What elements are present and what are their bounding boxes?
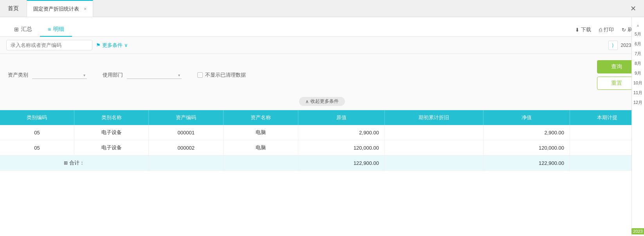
query-button[interactable]: 查询 [597, 60, 636, 73]
asset-type-field: 资产类别 [8, 71, 87, 79]
collapse-button[interactable]: ∧ 收起更多条件 [299, 97, 345, 106]
th-accum-depreciation: 期初累计折旧 [384, 110, 483, 125]
total-icon: ⊞ [64, 160, 68, 166]
sidebar-nav-up[interactable]: ▲ [633, 21, 643, 29]
cell-asset-name: 电脑 [224, 125, 298, 140]
print-icon: ⎙ [599, 27, 602, 33]
tab-summary[interactable]: ⊞ 汇总 [6, 23, 40, 37]
sidebar-month-8[interactable]: 8月 [632, 59, 644, 68]
tab-close-icon[interactable]: × [84, 6, 87, 12]
sidebar-month-12[interactable]: 12月 [632, 98, 644, 107]
sidebar-month-5[interactable]: 5月 [632, 30, 644, 39]
th-asset-code: 资产编码 [149, 110, 224, 125]
cell-category-name: 电子设备 [74, 140, 149, 156]
cell-asset-name: 电脑 [224, 140, 298, 156]
hide-cleared-checkbox-wrap: 不显示已清理数据 [197, 72, 246, 79]
cell-accum-depreciation [384, 140, 483, 156]
download-button[interactable]: ⬇ 下载 [575, 26, 591, 33]
asset-type-select[interactable] [32, 71, 87, 79]
sidebar-month-6[interactable]: 6月 [632, 39, 644, 48]
tab-detail-label: 明细 [53, 26, 64, 33]
total-original-value: 122,900.00 [298, 156, 384, 171]
cell-category-code: 05 [0, 125, 74, 140]
sub-tab-bar: ⊞ 汇总 ≡ 明细 ⬇ 下载 ⎙ 打印 ↻ 刷新 [0, 17, 644, 37]
th-category-name: 类别名称 [74, 110, 149, 125]
cell-original-value: 2,900.00 [298, 125, 384, 140]
filter-row-1: 资产类别 使用部门 [8, 60, 636, 90]
reset-button[interactable]: 重置 [597, 77, 636, 90]
tab-bar: 首页 固定资产折旧统计表 × ✕ [0, 0, 644, 17]
th-category-code: 类别编码 [0, 110, 74, 125]
total-accum-depreciation [384, 156, 483, 171]
total-asset-name [224, 156, 298, 171]
toolbar-actions: ⬇ 下载 ⎙ 打印 ↻ 刷新 [575, 26, 638, 36]
total-net-value: 122,900.00 [483, 156, 570, 171]
filter-icon: ⚑ [96, 42, 101, 48]
advanced-filter: 资产类别 使用部门 [0, 54, 644, 110]
tab-home[interactable]: 首页 [0, 0, 27, 17]
tab-summary-label: 汇总 [21, 26, 32, 33]
cell-asset-code: 000002 [149, 140, 224, 156]
sidebar-month-10[interactable]: 10月 [632, 79, 644, 88]
table-body: 05 电子设备 000001 电脑 2,900.00 2,900.00 05 电… [0, 125, 644, 171]
main-content: ⊞ 汇总 ≡ 明细 ⬇ 下载 ⎙ 打印 ↻ 刷新 [0, 17, 644, 236]
use-dept-label: 使用部门 [103, 72, 123, 79]
chevron-up-icon: ∧ [305, 99, 309, 104]
tab-detail[interactable]: ≡ 明细 [40, 23, 72, 37]
cell-category-name: 电子设备 [74, 125, 149, 140]
cell-asset-code: 000001 [149, 125, 224, 140]
asset-type-select-wrap [32, 71, 87, 79]
use-dept-select[interactable] [127, 71, 182, 79]
total-label-cell: ⊞ 合计： [0, 156, 149, 171]
hide-cleared-label: 不显示已清理数据 [205, 72, 246, 79]
th-net-value: 净值 [483, 110, 570, 125]
print-button[interactable]: ⎙ 打印 [599, 26, 614, 33]
detail-icon: ≡ [48, 26, 51, 32]
more-conditions-button[interactable]: ⚑ 更多条件 ∨ [96, 42, 128, 49]
table-container: 类别编码 类别名称 资产编码 资产名称 原值 期初累计折旧 净值 本期计提 05… [0, 110, 644, 236]
sidebar-year-badge[interactable]: 2023 [631, 228, 644, 234]
tab-active[interactable]: 固定资产折旧统计表 × [27, 0, 93, 17]
th-original-value: 原值 [298, 110, 384, 125]
th-asset-name: 资产名称 [224, 110, 298, 125]
expand-button[interactable]: ⟩ [608, 41, 618, 50]
table-row: 05 电子设备 000001 电脑 2,900.00 2,900.00 [0, 125, 644, 140]
tab-active-label: 固定资产折旧统计表 [33, 5, 79, 13]
data-table: 类别编码 类别名称 资产编码 资产名称 原值 期初累计折旧 净值 本期计提 05… [0, 110, 644, 171]
chevron-down-icon: ∨ [124, 42, 128, 48]
refresh-icon: ↻ [622, 27, 626, 33]
collapse-bar: ∧ 收起更多条件 [8, 95, 636, 107]
hide-cleared-checkbox[interactable] [197, 72, 203, 78]
sidebar-month-9[interactable]: 9月 [632, 69, 644, 78]
right-sidebar: ▲ 5月 6月 7月 8月 9月 10月 11月 12月 2023 [631, 17, 644, 236]
total-row: ⊞ 合计： 122,900.00 122,900.00 [0, 156, 644, 171]
filter-bar: 🔍 ⚑ 更多条件 ∨ ⟩ 2023.01 [0, 37, 644, 54]
total-label-text: 合计： [69, 159, 85, 166]
total-asset-code [149, 156, 224, 171]
summary-icon: ⊞ [14, 26, 19, 32]
cell-category-code: 05 [0, 140, 74, 156]
use-dept-select-wrap [127, 71, 182, 79]
window-close-icon[interactable]: ✕ [630, 4, 644, 13]
table-row: 05 电子设备 000002 电脑 120,000.00 120,000.00 [0, 140, 644, 156]
cell-net-value: 2,900.00 [483, 125, 570, 140]
filter-actions: 查询 重置 [597, 60, 636, 90]
cell-original-value: 120,000.00 [298, 140, 384, 156]
sidebar-month-11[interactable]: 11月 [632, 88, 644, 97]
table-header: 类别编码 类别名称 资产编码 资产名称 原值 期初累计折旧 净值 本期计提 [0, 110, 644, 125]
cell-net-value: 120,000.00 [483, 140, 570, 156]
download-icon: ⬇ [575, 27, 579, 33]
asset-type-label: 资产类别 [8, 72, 28, 79]
search-input[interactable] [6, 40, 92, 50]
use-dept-field: 使用部门 [103, 71, 182, 79]
sidebar-month-7[interactable]: 7月 [632, 49, 644, 58]
cell-accum-depreciation [384, 125, 483, 140]
